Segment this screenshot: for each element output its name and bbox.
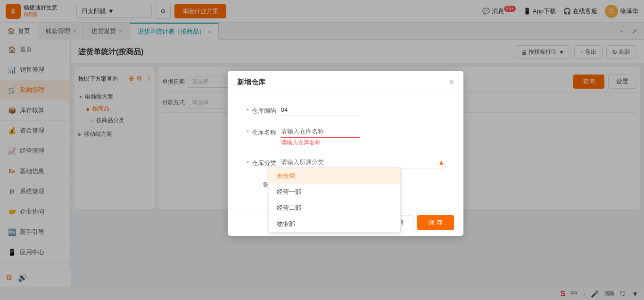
warehouse-name-input[interactable] (281, 125, 360, 138)
warehouse-code-row: * 仓库编码 (247, 104, 445, 116)
warehouse-category-label: * 仓库分类 (247, 156, 281, 167)
warehouse-code-input[interactable] (281, 104, 360, 116)
category-arrow-icon[interactable]: ▲ (438, 158, 445, 166)
warehouse-name-error: 请输入仓库名称 (281, 139, 445, 147)
category-input[interactable] (281, 156, 438, 168)
warehouse-code-label: * 仓库编码 (247, 104, 281, 115)
dropdown-item-2[interactable]: 经营二部 (269, 200, 400, 216)
modal-close-button[interactable]: × (449, 77, 454, 87)
modal-header: 新增仓库 × (228, 71, 463, 94)
dropdown-item-0[interactable]: 未分类 (269, 168, 400, 184)
category-input-wrapper: ▲ (281, 156, 445, 168)
warehouse-name-inner: * 仓库名称 请输入仓库名称 (247, 125, 445, 147)
dropdown-item-1[interactable]: 经营一部 (269, 184, 400, 200)
warehouse-name-row: * 仓库名称 请输入仓库名称 (247, 125, 445, 147)
save-button[interactable]: 保 存 (417, 215, 454, 230)
warehouse-name-label: * 仓库名称 (247, 125, 281, 137)
warehouse-category-row: * 仓库分类 ▲ (247, 156, 445, 168)
modal-title: 新增仓库 (237, 78, 265, 87)
warehouse-name-field: 请输入仓库名称 (281, 125, 445, 147)
category-dropdown: 未分类 经营一部 经营二部 物业部 (269, 167, 401, 233)
warehouse-code-field (281, 104, 445, 116)
dropdown-item-3[interactable]: 物业部 (269, 216, 400, 232)
